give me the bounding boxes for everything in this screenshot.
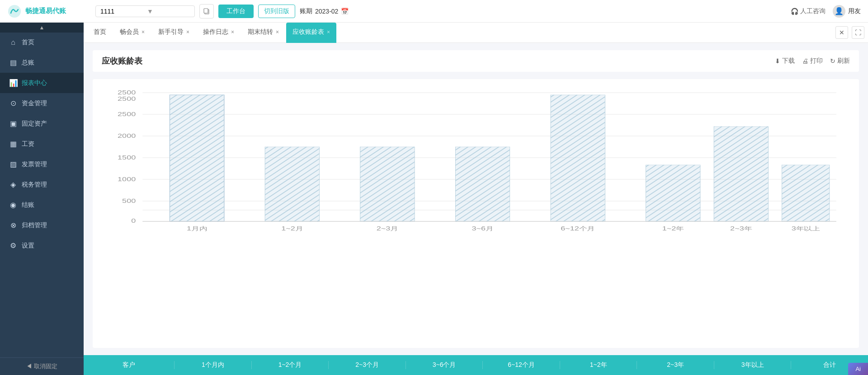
workbench-button[interactable]: 工作台	[218, 5, 254, 18]
sidebar-label-payroll: 工资	[22, 140, 34, 148]
logo-area: 畅捷通易代账	[7, 4, 91, 19]
ai-badge[interactable]: Ai	[848, 363, 868, 375]
tab-expand-button[interactable]: ⛶	[852, 26, 864, 39]
copy-button[interactable]	[199, 4, 214, 19]
chart-wrapper: 0 500 1000 1500 2000 2500 2500 2500	[93, 79, 859, 348]
svg-text:6~12个月: 6~12个月	[561, 225, 595, 231]
tab-aging[interactable]: 应收账龄表 ×	[286, 23, 336, 43]
sidebar-item-settings[interactable]: ⚙ 设置	[0, 235, 84, 256]
svg-text:2500: 2500	[118, 96, 136, 102]
period-area: 账期 2023-02 📅	[300, 7, 349, 15]
chart-svg: 0 500 1000 1500 2000 2500 2500 2500	[102, 88, 850, 242]
reports-icon: 📊	[9, 79, 17, 87]
tab-aging-label: 应收账龄表	[292, 28, 324, 36]
table-col-customer: 客户	[84, 361, 175, 369]
tab-aging-close[interactable]: ×	[327, 29, 330, 35]
svg-rect-22	[360, 147, 415, 221]
period-label: 账期	[300, 7, 312, 15]
table-col-3-6m: 3~6个月	[406, 361, 483, 369]
print-button[interactable]: 🖨 打印	[802, 57, 823, 65]
checkout-icon: ◉	[9, 201, 17, 209]
tab-period-end-label: 期末结转	[248, 28, 273, 36]
settings-icon: ⚙	[9, 241, 17, 250]
switch-old-button[interactable]: 切到旧版	[258, 5, 295, 18]
svg-rect-2	[204, 9, 208, 13]
print-label: 打印	[810, 57, 823, 65]
tab-member-close[interactable]: ×	[142, 29, 145, 35]
account-selector[interactable]: 1111 ▼	[95, 5, 195, 17]
sidebar-label-archive: 归档管理	[22, 221, 47, 230]
copy-icon	[203, 8, 210, 15]
svg-rect-23	[455, 147, 509, 221]
svg-text:2000: 2000	[118, 133, 136, 139]
sidebar-item-assets[interactable]: ▣ 固定资产	[0, 113, 84, 134]
refresh-label: 刷新	[837, 57, 850, 65]
sidebar-item-invoice[interactable]: ▨ 发票管理	[0, 154, 84, 174]
sidebar-item-tax[interactable]: ◈ 税务管理	[0, 174, 84, 195]
user-area[interactable]: 👤 用友	[833, 5, 861, 18]
sidebar-item-ledger[interactable]: ▤ 总账	[0, 52, 84, 73]
svg-text:3年以上: 3年以上	[792, 225, 820, 231]
svg-text:2500: 2500	[118, 111, 136, 117]
expand-icon: ⛶	[855, 29, 861, 36]
cancel-fixed-button[interactable]: ◀ 取消固定	[0, 357, 84, 375]
calendar-icon[interactable]: 📅	[341, 8, 349, 15]
page-header: 应收账龄表 ⬇ 下载 🖨 打印 ↻ 刷新	[93, 50, 859, 72]
consult-button[interactable]: 🎧 人工咨询	[791, 7, 826, 15]
tab-period-end[interactable]: 期末结转 ×	[241, 23, 285, 43]
download-icon: ⬇	[775, 57, 780, 65]
tab-member[interactable]: 畅会员 ×	[113, 23, 151, 43]
svg-text:1500: 1500	[118, 155, 136, 160]
header-right: 🎧 人工咨询 👤 用友	[791, 5, 861, 18]
tab-guide[interactable]: 新手引导 ×	[152, 23, 196, 43]
tax-icon: ◈	[9, 180, 17, 189]
page-actions: ⬇ 下载 🖨 打印 ↻ 刷新	[775, 57, 850, 65]
period-value: 2023-02	[315, 8, 338, 15]
cancel-fixed-label: ◀ 取消固定	[26, 362, 57, 370]
account-dropdown-arrow: ▼	[147, 8, 190, 15]
svg-text:1月内: 1月内	[187, 225, 207, 231]
download-label: 下载	[782, 57, 795, 65]
sidebar-item-checkout[interactable]: ◉ 结账	[0, 195, 84, 215]
sidebar-label-checkout: 结账	[22, 201, 34, 209]
ai-label: Ai	[855, 366, 861, 372]
svg-text:2~3年: 2~3年	[730, 225, 752, 231]
sidebar-item-home[interactable]: ⌂ 首页	[0, 33, 84, 52]
tab-log[interactable]: 操作日志 ×	[197, 23, 241, 43]
sidebar-label-home: 首页	[22, 38, 34, 47]
download-button[interactable]: ⬇ 下载	[775, 57, 795, 65]
sidebar-scroll-up[interactable]: ▲	[0, 23, 84, 33]
home-icon: ⌂	[9, 38, 17, 47]
refresh-button[interactable]: ↻ 刷新	[830, 57, 850, 65]
user-label: 用友	[848, 7, 861, 15]
table-col-1m: 1个月内	[175, 361, 252, 369]
svg-rect-26	[714, 127, 768, 221]
content-area: 首页 畅会员 × 新手引导 × 操作日志 × 期末结转 × 应收账龄表 ×	[84, 23, 868, 375]
svg-text:2~3月: 2~3月	[377, 225, 398, 231]
tab-home[interactable]: 首页	[87, 23, 113, 43]
print-icon: 🖨	[802, 57, 808, 65]
funds-icon: ⊙	[9, 99, 17, 108]
user-avatar: 👤	[833, 5, 845, 18]
payroll-icon: ▦	[9, 140, 17, 148]
sidebar-item-reports[interactable]: 📊 报表中心	[0, 73, 84, 93]
sidebar-item-payroll[interactable]: ▦ 工资	[0, 134, 84, 154]
svg-text:2500: 2500	[118, 89, 136, 95]
tab-log-label: 操作日志	[203, 28, 228, 36]
top-header: 畅捷通易代账 1111 ▼ 工作台 切到旧版 账期 2023-02 📅 🎧 人工…	[0, 0, 868, 23]
table-col-6-12m: 6~12个月	[483, 361, 560, 369]
tab-close-all-button[interactable]: ✕	[835, 26, 848, 39]
table-col-2-3m: 2~3个月	[329, 361, 406, 369]
archive-icon: ⊗	[9, 221, 17, 230]
sidebar-item-archive[interactable]: ⊗ 归档管理	[0, 215, 84, 235]
page-title: 应收账龄表	[102, 56, 142, 66]
svg-rect-21	[265, 147, 319, 221]
tab-guide-close[interactable]: ×	[186, 29, 189, 35]
sidebar-item-funds[interactable]: ⊙ 资金管理	[0, 93, 84, 113]
svg-rect-24	[551, 95, 605, 221]
svg-text:1~2月: 1~2月	[281, 225, 303, 231]
tab-period-end-close[interactable]: ×	[276, 29, 279, 35]
svg-text:1000: 1000	[118, 176, 136, 182]
ledger-icon: ▤	[9, 58, 17, 67]
tab-log-close[interactable]: ×	[231, 29, 234, 35]
